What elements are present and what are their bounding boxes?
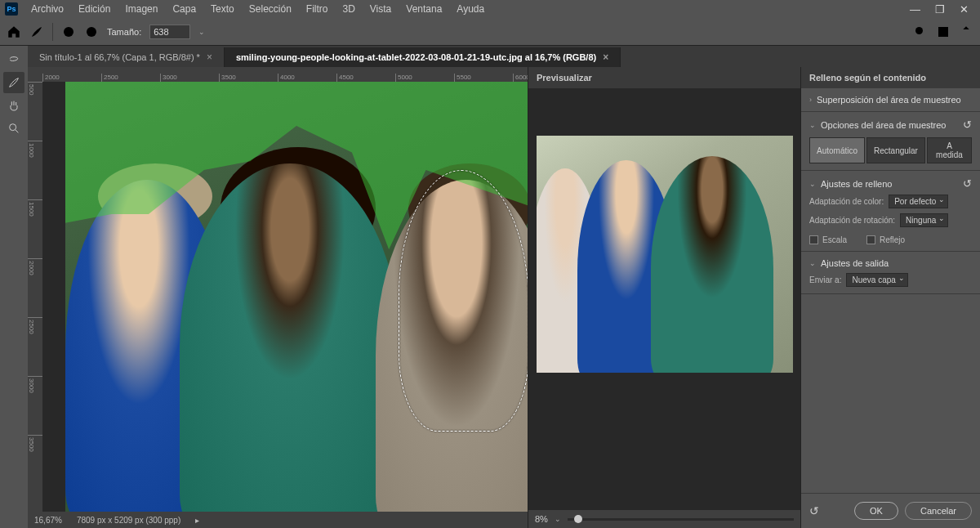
color-adapt-label: Adaptación de color:: [809, 197, 884, 206]
ok-button[interactable]: OK: [854, 502, 898, 520]
tab-close-icon[interactable]: ×: [207, 51, 212, 63]
document-dimensions: 7809 px x 5209 px (300 ppp): [77, 516, 180, 525]
tools-column: [0, 46, 28, 528]
menu-archivo[interactable]: Archivo: [24, 1, 70, 17]
status-bar: 16,67% 7809 px x 5209 px (300 ppp) ▸: [28, 512, 528, 528]
zoom-level[interactable]: 16,67%: [34, 516, 62, 525]
canvas-wrap: 2000250030003500400045005000550060006500…: [28, 67, 528, 528]
panel-footer: ↺ OK Cancelar: [801, 493, 980, 528]
app-logo: Ps: [5, 2, 18, 16]
svg-rect-3: [938, 27, 948, 37]
preview-zoom-bar: 8% ⌄: [528, 510, 800, 528]
output-select[interactable]: Nueva capa: [846, 273, 907, 287]
tab-bar: Sin título-1 al 66,7% (Capa 1, RGB/8#) *…: [28, 46, 980, 67]
minimize-icon[interactable]: ―: [910, 3, 920, 16]
seg-automatico[interactable]: Automático: [809, 137, 865, 163]
section-output: ⌄Ajustes de salida Enviar a:Nueva capa: [801, 252, 980, 294]
menu-vista[interactable]: Vista: [363, 1, 398, 17]
output-label: Enviar a:: [809, 275, 841, 284]
document-image: [65, 82, 528, 512]
share-icon[interactable]: [959, 25, 973, 39]
reset-icon[interactable]: ↺: [963, 119, 972, 131]
svg-point-0: [64, 27, 74, 37]
subtract-sample-icon[interactable]: [84, 25, 99, 39]
menu-capa[interactable]: Capa: [166, 1, 203, 17]
separator: [52, 23, 53, 41]
section-sampling-options: ⌄Opciones del área de muestreo↺ Automáti…: [801, 112, 980, 171]
menu-texto[interactable]: Texto: [204, 1, 241, 17]
sampling-mode-segment: Automático Rectangular A medida: [809, 137, 972, 163]
ruler-vertical[interactable]: 500100015002000250030003500: [28, 82, 42, 528]
scale-checkbox[interactable]: Escala: [809, 235, 847, 244]
menu-seleccion[interactable]: Selección: [243, 1, 298, 17]
rotation-adapt-label: Adaptación de rotación:: [809, 216, 895, 225]
menu-edicion[interactable]: Edición: [72, 1, 117, 17]
ruler-horizontal[interactable]: 2000250030003500400045005000550060006500…: [42, 67, 528, 82]
chevron-down-icon[interactable]: ⌄: [555, 515, 561, 523]
svg-point-2: [915, 27, 923, 34]
lasso-tool[interactable]: [3, 49, 24, 70]
add-sample-icon[interactable]: [61, 25, 76, 39]
brush-icon[interactable]: [29, 25, 44, 39]
window-controls: ― ❐ ✕: [910, 3, 975, 16]
section-overlay[interactable]: ›Superposición del área de muestreo: [801, 88, 980, 112]
reset-icon[interactable]: ↺: [963, 177, 972, 190]
size-input[interactable]: [149, 25, 190, 39]
preview-zoom-value[interactable]: 8%: [535, 514, 548, 524]
menu-3d[interactable]: 3D: [336, 1, 361, 17]
menubar: Ps Archivo Edición Imagen Capa Texto Sel…: [0, 0, 980, 18]
color-adapt-select[interactable]: Por defecto: [889, 195, 948, 208]
document-tab[interactable]: Sin título-1 al 66,7% (Capa 1, RGB/8#) *…: [28, 47, 225, 67]
arrange-icon[interactable]: [936, 25, 951, 39]
ruler-corner: [28, 67, 42, 82]
menu-filtro[interactable]: Filtro: [300, 1, 335, 17]
status-chevron-icon[interactable]: ▸: [195, 516, 199, 525]
zoom-tool[interactable]: [3, 118, 24, 139]
preview-image: [537, 136, 793, 373]
svg-point-4: [10, 124, 16, 131]
panel-title: Relleno según el contenido: [801, 67, 980, 88]
preview-panel: Previsualizar 8% ⌄: [528, 67, 800, 528]
mirror-checkbox[interactable]: Reflejo: [866, 235, 905, 244]
svg-point-1: [87, 27, 96, 37]
menu-ayuda[interactable]: Ayuda: [450, 1, 491, 17]
chevron-down-icon[interactable]: ⌄: [809, 180, 816, 188]
home-icon[interactable]: [7, 25, 21, 39]
hand-tool[interactable]: [3, 95, 24, 116]
menu-imagen[interactable]: Imagen: [118, 1, 164, 17]
cancel-button[interactable]: Cancelar: [905, 502, 972, 520]
brush-tool[interactable]: [3, 72, 24, 93]
restore-icon[interactable]: ❐: [935, 3, 945, 16]
reset-all-icon[interactable]: ↺: [809, 504, 819, 517]
preview-zoom-slider[interactable]: [568, 518, 794, 521]
selection-marquee: [399, 170, 528, 432]
chevron-down-icon[interactable]: ⌄: [809, 259, 816, 267]
search-icon[interactable]: [913, 25, 928, 39]
seg-amedida[interactable]: A medida: [927, 137, 972, 163]
seg-rectangular[interactable]: Rectangular: [866, 137, 925, 163]
chevron-down-icon[interactable]: ⌄: [809, 121, 816, 129]
canvas[interactable]: [42, 82, 528, 512]
size-label: Tamaño:: [107, 27, 141, 37]
section-fill-settings: ⌄Ajustes de relleno↺ Adaptación de color…: [801, 171, 980, 252]
menu-ventana[interactable]: Ventana: [399, 1, 448, 17]
document-tab[interactable]: smiling-young-people-looking-at-tablet-2…: [225, 47, 621, 67]
size-dropdown-icon[interactable]: ⌄: [198, 28, 205, 36]
options-bar: Tamaño: ⌄: [0, 18, 980, 46]
chevron-right-icon: ›: [809, 96, 812, 104]
tab-close-icon[interactable]: ×: [603, 51, 608, 63]
preview-header: Previsualizar: [528, 67, 800, 88]
fill-settings-panel: Relleno según el contenido ›Superposició…: [800, 67, 980, 528]
document-area: Sin título-1 al 66,7% (Capa 1, RGB/8#) *…: [28, 46, 980, 528]
close-icon[interactable]: ✕: [960, 3, 969, 16]
workspace: Sin título-1 al 66,7% (Capa 1, RGB/8#) *…: [0, 46, 980, 528]
rotation-adapt-select[interactable]: Ninguna: [900, 213, 948, 227]
